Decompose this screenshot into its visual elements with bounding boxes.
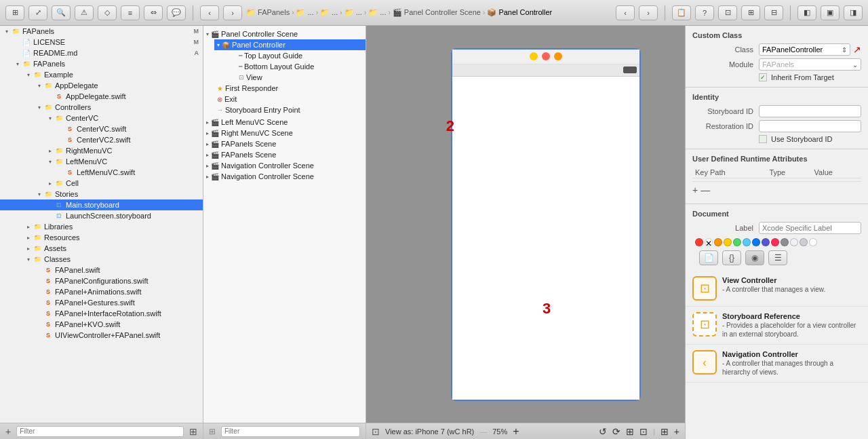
scene-item-entry-point[interactable]: → Storyboard Entry Point [214,104,366,115]
canvas-btn6[interactable]: + [674,426,679,437]
tree-item-animations-swift[interactable]: S FAPanel+Animations.swift [0,286,203,297]
tree-item-gestures-swift[interactable]: S FAPanel+Gestures.swift [0,297,203,308]
tree-item-fapanel-swift[interactable]: S FAPanel.swift [0,265,203,275]
diamond-btn[interactable]: ◇ [98,5,117,20]
color-swatch-blue[interactable] [752,238,760,246]
scene-item-top-layout[interactable]: ━ Top Layout Guide [225,50,366,61]
nav-next-btn[interactable]: › [639,5,658,20]
forward-btn[interactable]: › [223,5,242,20]
class-stepper[interactable]: ⇕ [842,46,847,54]
doc-file-btn[interactable]: 📄 [699,250,718,265]
tree-arrow-libraries[interactable] [24,224,33,230]
color-swatch-yellow[interactable] [724,238,732,246]
hide-inspector-btn[interactable]: ◨ [844,5,863,20]
scene-header-navcontroller1[interactable]: ▸ 🎬 Navigation Controller Scene [203,160,366,171]
project-nav-btn[interactable]: ⊞ [5,5,24,20]
tree-arrow-assets[interactable] [24,246,33,252]
tree-item-readme[interactable]: 📄 README.md A [0,47,203,58]
color-swatch-pink[interactable] [771,238,779,246]
tree-arrow-rightmenuvc[interactable] [46,148,54,154]
color-swatch-green[interactable] [733,238,741,246]
tree-item-rotation-swift[interactable]: S FAPanel+InterfaceRotation.swift [0,308,203,319]
hide-debug-btn[interactable]: ▣ [821,5,840,20]
tree-item-assets[interactable]: 📁 Assets [0,243,203,254]
tree-arrow-appdelegate[interactable] [35,83,43,89]
doc-list-btn[interactable]: ☰ [768,250,787,265]
add-file-btn[interactable]: + [5,427,11,436]
color-swatch-gray[interactable] [781,238,789,246]
assistant-editor-btn[interactable]: ⊞ [741,5,760,20]
color-swatch-red[interactable] [695,238,703,246]
scene-header-fapanels1[interactable]: ▸ 🎬 FAPanels Scene [203,138,366,149]
scene-header-rightmenuvc[interactable]: ▸ 🎬 Right MenuVC Scene [203,128,366,138]
canvas-btn2[interactable]: ⟳ [612,426,620,437]
scene-item-first-responder[interactable]: ★ First Responder [214,83,366,94]
add-attr-btn[interactable]: + [692,185,698,195]
version-editor-btn[interactable]: ⊟ [764,5,783,20]
color-swatch-silver[interactable] [800,238,808,246]
tree-item-rightmenuvc[interactable]: 📁 RightMenuVC [0,145,203,156]
scene-header-fapanels2[interactable]: ▸ 🎬 FAPanels Scene [203,149,366,160]
canvas-btn4[interactable]: ⊡ [639,426,648,437]
tree-item-classes[interactable]: 📁 Classes [0,254,203,265]
color-swatch-x[interactable]: ✕ [705,238,713,246]
tree-root-fapanels[interactable]: 📁 FAPanels M [0,26,203,37]
zoom-in-btn[interactable]: + [513,425,519,438]
tree-item-libraries[interactable]: 📁 Libraries [0,221,203,232]
use-storyboard-checkbox[interactable] [759,135,767,143]
tree-item-leftmenuvc[interactable]: 📁 LeftMenuVC [0,156,203,167]
tree-item-centervc2-swift[interactable]: S CenterVC2.swift [0,134,203,145]
bc-ellipsis4[interactable]: 📁 ... [368,8,386,17]
tree-item-example[interactable]: 📁 Example [0,69,203,80]
bc-ellipsis2[interactable]: 📁 ... [320,8,338,17]
tree-item-kvo-swift[interactable]: S FAPanel+KVO.swift [0,319,203,330]
tree-arrow-fapanels[interactable] [14,61,22,67]
nav-prev-btn[interactable]: ‹ [616,5,635,20]
inspector-btn[interactable]: 📋 [672,5,691,20]
tree-item-leftmenuvc-swift[interactable]: S LeftMenuVC.swift [0,167,203,178]
color-swatch-white[interactable] [809,238,817,246]
tree-arrow-controllers[interactable] [35,104,43,111]
tree-arrow-centervc[interactable] [46,115,54,121]
tree-arrow-leftmenuvc[interactable] [46,159,54,165]
tree-item-controllers[interactable]: 📁 Controllers [0,102,203,113]
scene-item-bottom-layout[interactable]: ━ Bottom Layout Guide [225,61,366,72]
search-btn[interactable]: 🔍 [52,5,71,20]
module-dropdown-icon[interactable]: ⌄ [852,61,858,69]
doc-label-input[interactable] [759,222,861,234]
restoration-id-input[interactable] [759,120,861,132]
tree-item-fapanels-folder[interactable]: 📁 FAPanels [0,58,203,69]
standard-editor-btn[interactable]: ⊡ [718,5,737,20]
file-filter-input[interactable] [16,426,184,437]
scene-header-panel-controller[interactable]: ▾ 🎬 Panel Controller Scene [203,28,366,39]
scene-item-view[interactable]: ⊡ View [225,72,366,83]
back-btn[interactable]: ‹ [200,5,219,20]
link-btn[interactable]: ⇔ [144,5,163,20]
tree-item-centervc[interactable]: 📁 CenterVC [0,113,203,123]
bc-scene[interactable]: 🎬 Panel Controller Scene [393,8,481,17]
tree-arrow-stories[interactable] [35,191,43,197]
tree-arrow-cell[interactable] [46,180,54,187]
bc-fapanels[interactable]: 📁 FAPanels [246,8,290,17]
inherit-checkbox[interactable] [759,73,767,81]
canvas-btn3[interactable]: ⊞ [626,426,634,437]
storyboard-canvas[interactable]: → [366,26,685,423]
bc-ellipsis3[interactable]: 📁 ... [344,8,362,17]
tree-item-fapanelconfig-swift[interactable]: S FAPanelConfigurations.swift [0,275,203,286]
tree-item-cell[interactable]: 📁 Cell [0,178,203,189]
color-swatch-orange[interactable] [714,238,722,246]
remove-attr-btn[interactable]: — [701,185,710,195]
scene-filter-input[interactable] [221,426,360,437]
bc-controller[interactable]: 📦 Panel Controller [487,8,552,17]
tree-item-resources[interactable]: 📁 Resources [0,232,203,243]
canvas-btn1[interactable]: ↺ [599,426,607,437]
list-btn[interactable]: ≡ [121,5,140,20]
tree-arrow-example[interactable] [24,72,33,78]
tree-item-appdelegate-swift[interactable]: S AppDelegate.swift [0,91,203,102]
tree-arrow-root[interactable] [3,28,11,35]
comment-btn[interactable]: 💬 [167,5,186,20]
filter-options-btn[interactable]: ⊞ [189,427,197,436]
tree-item-centervc-swift[interactable]: S CenterVC.swift [0,123,203,134]
class-select[interactable]: FAPanelController ⇕ [759,43,850,56]
canvas-btn5[interactable]: ⊞ [660,426,669,437]
